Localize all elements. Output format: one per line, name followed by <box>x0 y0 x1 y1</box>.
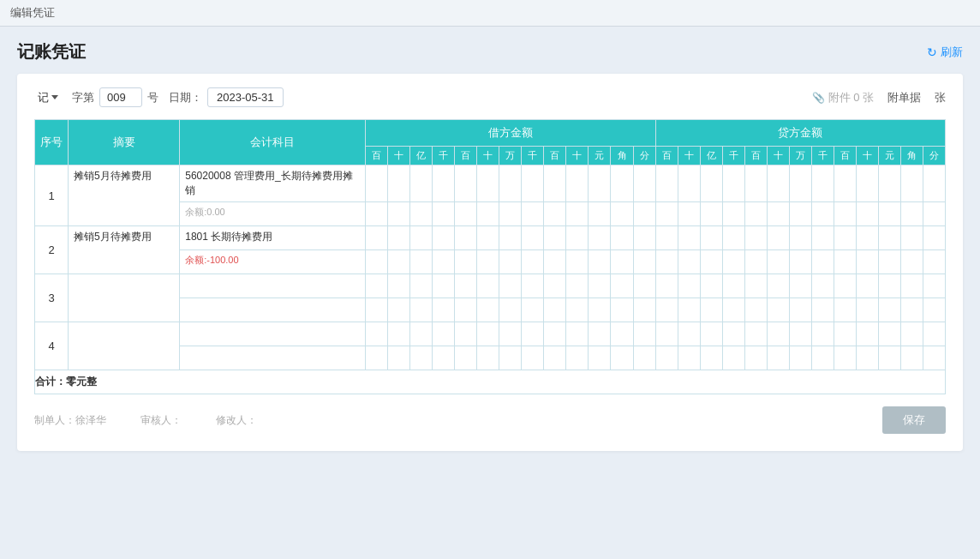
digit-cell-r2-d22[interactable] <box>856 226 878 250</box>
digit-cell-balance-r4-d0[interactable] <box>366 346 388 370</box>
digit-cell-balance-r2-d21[interactable] <box>834 250 856 274</box>
digit-cell-balance-r1-d2[interactable] <box>410 202 433 226</box>
digit-cell-r1-d6[interactable] <box>499 165 522 202</box>
digit-cell-r3-d5[interactable] <box>477 274 499 298</box>
digit-cell-balance-r2-d19[interactable] <box>789 250 811 274</box>
digit-cell-balance-r4-d13[interactable] <box>655 346 678 370</box>
digit-cell-balance-r3-d8[interactable] <box>544 298 566 322</box>
digit-cell-balance-r1-d6[interactable] <box>499 202 522 226</box>
digit-cell-balance-r1-d17[interactable] <box>744 202 767 226</box>
digit-cell-r2-d4[interactable] <box>455 226 477 250</box>
date-field[interactable]: 2023-05-31 <box>207 87 284 107</box>
digit-cell-balance-r3-d3[interactable] <box>433 298 455 322</box>
digit-cell-balance-r4-d3[interactable] <box>433 346 455 370</box>
digit-cell-r3-d18[interactable] <box>767 274 789 298</box>
digit-cell-r4-d6[interactable] <box>499 322 522 346</box>
digit-cell-balance-r2-d14[interactable] <box>678 250 700 274</box>
digit-cell-r3-d4[interactable] <box>455 274 477 298</box>
digit-cell-balance-r4-d7[interactable] <box>522 346 544 370</box>
digit-cell-balance-r3-d15[interactable] <box>700 298 722 322</box>
digit-cell-balance-r3-d14[interactable] <box>678 298 700 322</box>
account-cell-3[interactable] <box>180 274 366 298</box>
digit-cell-r4-d19[interactable] <box>789 322 811 346</box>
digit-cell-r3-d7[interactable] <box>522 274 544 298</box>
digit-cell-balance-r2-d23[interactable] <box>878 250 900 274</box>
number-field[interactable]: 009 <box>99 87 142 107</box>
digit-cell-r2-d14[interactable] <box>678 226 700 250</box>
type-dropdown[interactable]: 记 <box>34 88 62 107</box>
account-cell-4[interactable] <box>180 322 366 346</box>
digit-cell-balance-r2-d5[interactable] <box>477 250 499 274</box>
digit-cell-r2-d1[interactable] <box>388 226 410 250</box>
digit-cell-balance-r3-d6[interactable] <box>499 298 522 322</box>
digit-cell-balance-r1-d4[interactable] <box>455 202 477 226</box>
digit-cell-r2-d21[interactable] <box>834 226 856 250</box>
digit-cell-balance-r1-d11[interactable] <box>611 202 633 226</box>
digit-cell-balance-r1-d13[interactable] <box>655 202 678 226</box>
digit-cell-r4-d8[interactable] <box>544 322 566 346</box>
digit-cell-r2-d0[interactable] <box>366 226 388 250</box>
digit-cell-balance-r4-d21[interactable] <box>834 346 856 370</box>
digit-cell-r3-d13[interactable] <box>655 274 678 298</box>
digit-cell-r1-d24[interactable] <box>900 165 923 202</box>
digit-cell-r1-d14[interactable] <box>678 165 700 202</box>
digit-cell-r4-d25[interactable] <box>923 322 945 346</box>
digit-cell-r1-d7[interactable] <box>522 165 544 202</box>
digit-cell-balance-r2-d18[interactable] <box>767 250 789 274</box>
digit-cell-balance-r1-d14[interactable] <box>678 202 700 226</box>
digit-cell-balance-r1-d5[interactable] <box>477 202 499 226</box>
digit-cell-balance-r1-d7[interactable] <box>522 202 544 226</box>
digit-cell-r1-d8[interactable] <box>544 165 566 202</box>
digit-cell-r2-d20[interactable] <box>811 226 834 250</box>
digit-cell-r4-d23[interactable] <box>878 322 900 346</box>
digit-cell-balance-r4-d22[interactable] <box>856 346 878 370</box>
digit-cell-balance-r2-d15[interactable] <box>700 250 722 274</box>
digit-cell-r2-d10[interactable] <box>589 226 611 250</box>
table-row[interactable]: 1摊销5月待摊费用56020008 管理费用_长期待摊费用摊销 <box>35 165 946 202</box>
digit-cell-r3-d1[interactable] <box>388 274 410 298</box>
digit-cell-r1-d17[interactable] <box>744 165 767 202</box>
digit-cell-balance-r2-d20[interactable] <box>811 250 834 274</box>
digit-cell-balance-r2-d7[interactable] <box>522 250 544 274</box>
digit-cell-balance-r2-d13[interactable] <box>655 250 678 274</box>
digit-cell-r4-d15[interactable] <box>700 322 722 346</box>
digit-cell-balance-r1-d0[interactable] <box>366 202 388 226</box>
digit-cell-balance-r2-d6[interactable] <box>499 250 522 274</box>
digit-cell-balance-r1-d3[interactable] <box>433 202 455 226</box>
digit-cell-r1-d12[interactable] <box>633 165 655 202</box>
digit-cell-balance-r3-d12[interactable] <box>633 298 655 322</box>
digit-cell-r4-d20[interactable] <box>811 322 834 346</box>
digit-cell-r2-d5[interactable] <box>477 226 499 250</box>
digit-cell-balance-r2-d25[interactable] <box>923 250 945 274</box>
digit-cell-r1-d3[interactable] <box>433 165 455 202</box>
digit-cell-r3-d15[interactable] <box>700 274 722 298</box>
digit-cell-balance-r4-d25[interactable] <box>923 346 945 370</box>
digit-cell-r3-d25[interactable] <box>923 274 945 298</box>
digit-cell-r4-d4[interactable] <box>455 322 477 346</box>
digit-cell-balance-r3-d13[interactable] <box>655 298 678 322</box>
digit-cell-r4-d3[interactable] <box>433 322 455 346</box>
digit-cell-balance-r4-d1[interactable] <box>388 346 410 370</box>
digit-cell-balance-r2-d4[interactable] <box>455 250 477 274</box>
digit-cell-r4-d1[interactable] <box>388 322 410 346</box>
digit-cell-balance-r2-d8[interactable] <box>544 250 566 274</box>
digit-cell-balance-r2-d22[interactable] <box>856 250 878 274</box>
digit-cell-r3-d17[interactable] <box>744 274 767 298</box>
digit-cell-balance-r4-d16[interactable] <box>722 346 744 370</box>
digit-cell-r4-d11[interactable] <box>611 322 633 346</box>
digit-cell-r3-d22[interactable] <box>856 274 878 298</box>
digit-cell-r2-d12[interactable] <box>633 226 655 250</box>
digit-cell-balance-r1-d1[interactable] <box>388 202 410 226</box>
digit-cell-balance-r4-d9[interactable] <box>566 346 589 370</box>
attachment-link[interactable]: 📎 附件 0 张 <box>812 90 874 105</box>
summary-cell-3[interactable] <box>69 274 180 322</box>
digit-cell-r2-d11[interactable] <box>611 226 633 250</box>
digit-cell-r1-d22[interactable] <box>856 165 878 202</box>
digit-cell-r2-d9[interactable] <box>566 226 589 250</box>
digit-cell-balance-r2-d9[interactable] <box>566 250 589 274</box>
digit-cell-balance-r3-d9[interactable] <box>566 298 589 322</box>
digit-cell-r2-d24[interactable] <box>900 226 923 250</box>
digit-cell-r1-d1[interactable] <box>388 165 410 202</box>
digit-cell-r2-d13[interactable] <box>655 226 678 250</box>
digit-cell-r1-d10[interactable] <box>589 165 611 202</box>
